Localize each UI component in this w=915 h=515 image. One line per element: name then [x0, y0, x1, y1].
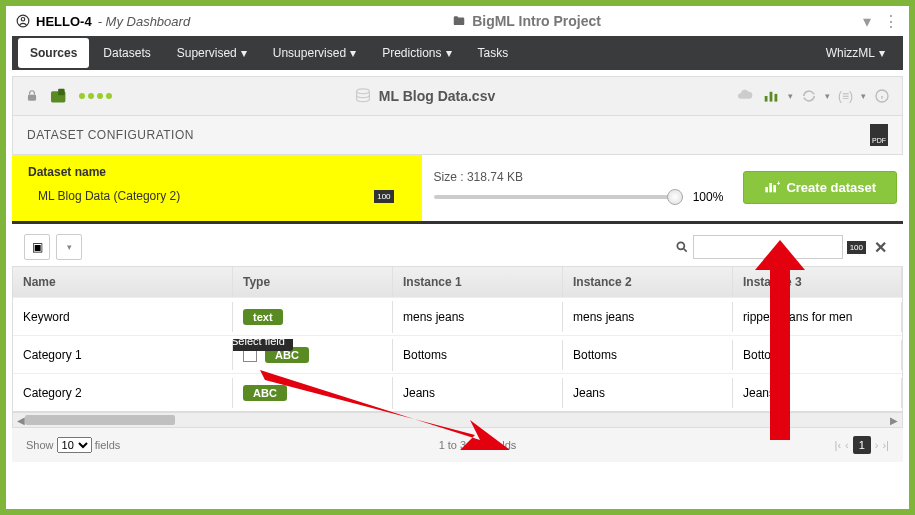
tab-whizzml[interactable]: WhizzML ▾: [814, 38, 897, 68]
col-name[interactable]: Name: [13, 267, 233, 297]
clear-search-icon[interactable]: ✕: [870, 238, 891, 257]
col-type[interactable]: Type: [233, 267, 393, 297]
select-all-toggle[interactable]: ▣: [24, 234, 50, 260]
tab-predictions[interactable]: Predictions ▾: [370, 38, 463, 68]
svg-rect-6: [765, 96, 768, 102]
prev-page-icon[interactable]: ‹: [845, 439, 849, 451]
table-row: Category 1 Select field ABC Bottoms Bott…: [13, 335, 902, 373]
select-field-tooltip: Select field: [233, 339, 293, 351]
dataset-name-input[interactable]: [38, 189, 374, 203]
pagination: |‹ ‹ 1 › ›|: [835, 436, 889, 454]
tab-supervised[interactable]: Supervised ▾: [165, 38, 259, 68]
project-name[interactable]: BigML Intro Project: [472, 13, 601, 29]
svg-rect-11: [770, 183, 773, 192]
row-value: Bottoms: [733, 340, 902, 370]
row-name: Category 1: [13, 340, 233, 370]
tab-datasets[interactable]: Datasets: [91, 38, 162, 68]
menu-icon[interactable]: ⋮: [883, 12, 899, 31]
dashboard-name: - My Dashboard: [98, 14, 191, 29]
type-tag: text: [243, 309, 283, 325]
svg-point-5: [356, 89, 369, 94]
tab-sources[interactable]: Sources: [18, 38, 89, 68]
cloud-icon[interactable]: [736, 89, 754, 103]
folder-icon: [452, 14, 466, 28]
refresh-icon[interactable]: [801, 89, 817, 103]
tab-tasks[interactable]: Tasks: [466, 38, 521, 68]
svg-rect-10: [766, 187, 769, 192]
project-dropdown-icon[interactable]: ▾: [863, 12, 871, 31]
config-title: DATASET CONFIGURATION: [27, 128, 194, 142]
file-name: ML Blog Data.csv: [379, 88, 495, 104]
caret-down-icon: ▾: [350, 46, 356, 60]
svg-rect-4: [58, 89, 64, 95]
search-input[interactable]: [693, 235, 843, 259]
slider-pct: 100%: [693, 190, 724, 204]
select-dropdown[interactable]: ▾: [56, 234, 82, 260]
col-instance2[interactable]: Instance 2: [563, 267, 733, 297]
search-icon[interactable]: [675, 240, 689, 254]
create-dataset-button[interactable]: + Create dataset: [743, 171, 897, 204]
cylinder-icon: [353, 88, 373, 104]
size-slider[interactable]: [434, 195, 683, 199]
pdf-icon[interactable]: PDF: [870, 124, 888, 146]
main-nav: Sources Datasets Supervised ▾ Unsupervis…: [12, 36, 903, 70]
lock-icon[interactable]: [25, 89, 39, 103]
source-icon[interactable]: [49, 88, 69, 104]
status-dots: [79, 93, 112, 99]
account-name: HELLO-4: [36, 14, 92, 29]
dataset-name-label: Dataset name: [28, 165, 404, 179]
show-fields: Show 10 fields: [26, 437, 120, 453]
col-instance1[interactable]: Instance 1: [393, 267, 563, 297]
svg-text:+: +: [777, 180, 780, 187]
type-tag: ABC: [243, 385, 287, 401]
h-scrollbar[interactable]: ◀▶: [12, 412, 903, 428]
col-instance3[interactable]: Instance 3: [733, 267, 902, 297]
caret-down-icon: ▾: [241, 46, 247, 60]
row-value: Jeans: [733, 378, 902, 408]
row-value: Bottoms: [393, 340, 563, 370]
range-label: 1 to 3 of 3 fields: [439, 439, 517, 451]
svg-rect-12: [774, 185, 777, 192]
row-value: mens jeans: [393, 302, 563, 332]
svg-rect-2: [28, 95, 36, 101]
last-page-icon[interactable]: ›|: [882, 439, 889, 451]
caret-down-icon: ▾: [879, 46, 885, 60]
page-number[interactable]: 1: [853, 436, 871, 454]
tab-unsupervised[interactable]: Unsupervised ▾: [261, 38, 368, 68]
caret-down-icon: ▾: [446, 46, 452, 60]
row-name: Keyword: [13, 302, 233, 332]
row-value: Jeans: [563, 378, 733, 408]
table-row: Keyword text mens jeans mens jeans rippe…: [13, 297, 902, 335]
svg-rect-8: [775, 94, 778, 102]
table-row: Category 2 ABC Jeans Jeans Jeans: [13, 373, 902, 411]
row-value: mens jeans: [563, 302, 733, 332]
info-icon[interactable]: [874, 88, 890, 104]
row-name: Category 2: [13, 378, 233, 408]
perpage-select[interactable]: 10: [57, 437, 92, 453]
svg-rect-7: [770, 92, 773, 102]
fields-table: Name Type Instance 1 Instance 2 Instance…: [12, 266, 903, 412]
equals-icon[interactable]: (≡): [838, 89, 853, 103]
row-value: Bottoms: [563, 340, 733, 370]
bars-icon[interactable]: [762, 89, 780, 103]
size-label: Size : 318.74 KB: [434, 170, 724, 184]
user-icon: [16, 14, 30, 28]
row-value: Jeans: [393, 378, 563, 408]
svg-point-14: [677, 242, 684, 249]
bars-plus-icon: +: [764, 180, 780, 194]
svg-point-1: [21, 18, 25, 22]
next-page-icon[interactable]: ›: [875, 439, 879, 451]
caret-down-icon: ▾: [788, 91, 793, 101]
row-value: ripped jeans for men: [733, 302, 902, 332]
input-badge-icon: 100: [374, 190, 393, 203]
input-badge-icon: 100: [847, 241, 866, 254]
first-page-icon[interactable]: |‹: [835, 439, 842, 451]
